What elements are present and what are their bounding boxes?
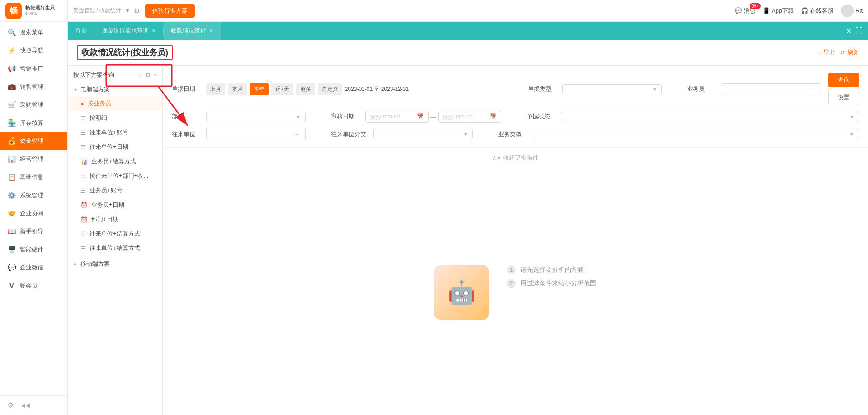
- scheme-item-dept-date[interactable]: ⏰ 部门+日期: [68, 212, 162, 226]
- scheme-item-salesman-date[interactable]: ⏰ 业务员+日期: [68, 198, 162, 212]
- date-btn-more[interactable]: 更多: [296, 83, 315, 95]
- scheme-settings-icon[interactable]: ⚙: [145, 71, 151, 79]
- bottom-collapse-icon[interactable]: ◀◀: [21, 402, 30, 409]
- scheme-item-by-salesman[interactable]: ● 按业务员: [68, 96, 162, 111]
- collapse-bar[interactable]: ∧∧ 收起更多条件: [163, 148, 868, 167]
- filter-row-1: 单据日期 上月 本月 本年 近7天 更多 自定义 2023-01-01 至 20…: [172, 73, 859, 105]
- query-area: 单据日期 上月 本月 本年 近7天 更多 自定义 2023-01-01 至 20…: [163, 66, 868, 415]
- salesman-label: 业务员: [687, 85, 714, 93]
- group-arrow-icon: ▼: [73, 87, 78, 92]
- refresh-button[interactable]: ↺ 刷新: [840, 48, 859, 57]
- sidebar-item-purchase[interactable]: 🛒 采购管理: [0, 96, 67, 114]
- scheme-group-desktop-header[interactable]: ▼ 电脑端方案: [68, 83, 162, 96]
- sidebar-item-basic[interactable]: 📋 基础信息: [0, 168, 67, 186]
- salesman-dots[interactable]: ···: [807, 86, 816, 93]
- sidebar-nav: 🔍 搜索菜单 ⚡ 快捷导航 📢 营销推广 💼 销售管理 🛒 采购管理 🏪 库存核…: [0, 22, 67, 395]
- messages-button[interactable]: 💬 消息 99+: [735, 7, 755, 15]
- salesman-select[interactable]: ···: [722, 83, 821, 95]
- export-button[interactable]: ↑ 导出: [819, 48, 835, 57]
- date-btn-custom[interactable]: 自定义: [318, 83, 342, 95]
- empty-state: 🤖 1 请先选择要分析的方案 2 用过滤条件来缩小分析范围: [163, 167, 868, 415]
- group-label: 电脑端方案: [80, 85, 110, 94]
- tab-bank-close[interactable]: ✕: [151, 28, 156, 34]
- sidebar-item-quick[interactable]: ⚡ 快捷导航: [0, 42, 67, 60]
- tab-collection-close[interactable]: ✕: [209, 28, 213, 34]
- sidebar-item-inventory[interactable]: 🏪 库存核算: [0, 114, 67, 132]
- sidebar-label-operation: 经营管理: [20, 155, 43, 163]
- breadcrumb-dropdown[interactable]: ▼: [125, 8, 130, 14]
- sidebar-label-search: 搜索菜单: [20, 28, 43, 37]
- sidebar-item-system[interactable]: ⚙️ 系统管理: [0, 186, 67, 204]
- review-date-from[interactable]: yyyy-mm-dd 📅: [365, 111, 429, 123]
- tab-bank[interactable]: 现金银行流水查询 ✕: [94, 22, 163, 40]
- sidebar-item-finance[interactable]: 💰 资金管理: [0, 132, 67, 150]
- sidebar-label-marketing: 营销推广: [20, 65, 43, 73]
- business-type-select[interactable]: ▼: [533, 129, 859, 139]
- partner-type-label: 往来单位分类: [331, 130, 366, 138]
- scheme-item-partner-settle2[interactable]: ☰ 往来单位+结算方式: [68, 241, 162, 255]
- scheme-item-partner-dept-coll[interactable]: ☰ 按往来单位+部门+收...: [68, 169, 162, 183]
- tab-expand-icon[interactable]: ⛶: [855, 27, 863, 35]
- sidebar-item-vip[interactable]: V 畅会员: [0, 277, 67, 295]
- tab-home[interactable]: 首页: [68, 22, 94, 40]
- scheme-group-mobile: ▼ 移动端方案: [68, 257, 162, 271]
- inventory-icon: 🏪: [7, 118, 16, 127]
- settings-button[interactable]: 设置: [828, 90, 859, 105]
- collapse-label: 收起更多条件: [503, 154, 538, 162]
- user-name: Rit: [855, 7, 863, 14]
- doc-type-select[interactable]: ▼: [562, 84, 662, 94]
- sidebar-item-marketing[interactable]: 📢 营销推广: [0, 60, 67, 78]
- sidebar-item-sales[interactable]: 💼 销售管理: [0, 78, 67, 96]
- bottom-settings-icon[interactable]: ⚙: [7, 401, 14, 410]
- dept-select[interactable]: ▼: [206, 112, 306, 122]
- doc-status-dropdown-icon: ▼: [849, 114, 854, 119]
- vip-icon: V: [7, 281, 16, 290]
- sidebar-item-operation[interactable]: 📊 经营管理: [0, 150, 67, 168]
- scheme-panel-header: 按以下方案查询 + ⚙ «: [68, 71, 162, 83]
- scheme-collapse-icon[interactable]: «: [154, 71, 157, 79]
- quick-icon: ⚡: [7, 46, 16, 55]
- app-download-button[interactable]: 📱 App下载: [763, 7, 794, 15]
- basic-icon: 📋: [7, 173, 16, 182]
- topbar-gear-icon[interactable]: ⚙: [134, 7, 140, 15]
- date-btn-this-month[interactable]: 本月: [228, 83, 247, 95]
- partner-dots[interactable]: ···: [292, 131, 301, 137]
- sales-icon: 💼: [7, 82, 16, 91]
- scheme-item-salesman-settle[interactable]: 📊 业务员+结算方式: [68, 154, 162, 169]
- scheme-add-icon[interactable]: +: [139, 71, 142, 79]
- query-button[interactable]: 查询: [828, 73, 859, 87]
- scheme-panel-title: 按以下方案查询: [73, 71, 114, 79]
- sidebar-item-hardware[interactable]: 🖥️ 智能硬件: [0, 241, 67, 259]
- scheme-item-partner-date[interactable]: ☰ 往来单位+日期: [68, 140, 162, 154]
- date-btn-7days[interactable]: 近7天: [271, 83, 293, 95]
- scheme-group-mobile-header[interactable]: ▼ 移动端方案: [68, 257, 162, 271]
- date-btn-last-month[interactable]: 上月: [206, 83, 225, 95]
- scheme-item-label: 业务员+账号: [90, 186, 123, 194]
- doc-status-select[interactable]: ▼: [561, 112, 859, 122]
- logo-text-line1: 畅捷通好生意: [25, 5, 55, 11]
- tab-close-all-icon[interactable]: ✕: [846, 27, 852, 35]
- date-btn-this-year[interactable]: 本年: [250, 83, 269, 95]
- scheme-item-by-detail[interactable]: ☰ 按明细: [68, 111, 162, 125]
- partner-select[interactable]: ···: [206, 128, 306, 140]
- sidebar-item-search[interactable]: 🔍 搜索菜单: [0, 24, 67, 42]
- sidebar-bottom: ⚙ ◀◀: [0, 395, 67, 415]
- sidebar-item-corp[interactable]: 🤝 企业协同: [0, 204, 67, 222]
- user-avatar[interactable]: Rit: [841, 5, 863, 17]
- online-service-button[interactable]: 🎧 在线客服: [801, 7, 834, 15]
- date-filter: 上月 本月 本年 近7天 更多 自定义 2023-01-01 至 2023-12…: [206, 83, 503, 95]
- review-date-to[interactable]: yyyy-mm-dd 📅: [438, 111, 501, 123]
- scheme-item-partner-account[interactable]: ☰ 往来单位+账号: [68, 125, 162, 140]
- scheme-item-partner-settle1[interactable]: ☰ 往来单位+结算方式: [68, 226, 162, 241]
- scheme-item-salesman-account[interactable]: ☰ 业务员+账号: [68, 183, 162, 198]
- tab-collection[interactable]: 收款情况统计 ✕: [164, 22, 221, 40]
- sidebar-item-guide[interactable]: 📖 新手引导: [0, 222, 67, 241]
- sidebar-item-wechat[interactable]: 💬 企业微信: [0, 259, 67, 277]
- scheme-item-label: 往来单位+账号: [90, 128, 128, 137]
- service-icon: 🎧: [801, 7, 808, 14]
- trial-button[interactable]: 体验行业方案: [145, 4, 195, 18]
- scheme-item-label: 按业务员: [88, 99, 111, 108]
- partner-type-select[interactable]: ▼: [373, 129, 473, 139]
- tab-home-label: 首页: [75, 27, 87, 35]
- empty-robot-illustration: 🤖: [434, 265, 489, 320]
